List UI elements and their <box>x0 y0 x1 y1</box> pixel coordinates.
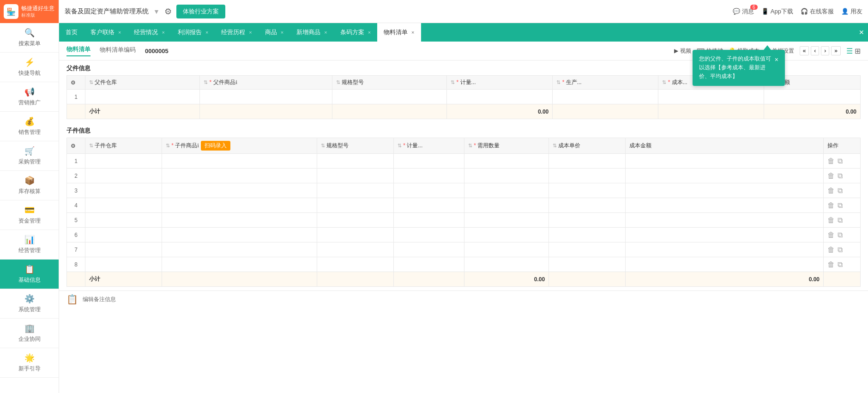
message-item[interactable]: 💬 消息 6 <box>733 7 754 16</box>
app-download-item[interactable]: 📱 App下载 <box>761 7 793 16</box>
child-product-cell[interactable] <box>162 183 317 198</box>
sidebar-item-guide[interactable]: 🌟 新手引导 <box>0 348 59 378</box>
child-product-cell[interactable] <box>162 257 317 272</box>
child-product-cell[interactable] <box>162 198 317 213</box>
sort-icon[interactable]: ⇅ <box>89 79 93 85</box>
child-spec-cell[interactable] <box>317 154 394 169</box>
sidebar-item-inventory[interactable]: 📦 库存核算 <box>0 171 59 200</box>
child-qty-cell[interactable] <box>464 213 549 228</box>
child-warehouse-cell[interactable] <box>85 228 162 242</box>
child-product-cell[interactable] <box>162 228 317 242</box>
copy-icon[interactable]: ⧉ <box>838 216 843 224</box>
child-qty-cell[interactable] <box>464 154 549 169</box>
delete-icon[interactable]: 🗑 <box>827 246 835 254</box>
child-spec-cell[interactable] <box>317 257 394 272</box>
delete-icon[interactable]: 🗑 <box>827 172 835 180</box>
tab-product[interactable]: 商品 × <box>259 23 290 42</box>
child-spec-cell[interactable] <box>317 169 394 183</box>
child-warehouse-cell[interactable] <box>85 169 162 183</box>
sidebar-item-search[interactable]: 🔍 搜索菜单 <box>0 23 59 53</box>
sidebar-item-enterprise[interactable]: 🏢 企业协同 <box>0 319 59 348</box>
child-unit-cell[interactable] <box>393 257 464 272</box>
last-page-button[interactable]: » <box>831 46 841 55</box>
copy-icon[interactable]: ⧉ <box>838 157 843 165</box>
child-spec-cell[interactable] <box>317 228 394 242</box>
child-spec-cell[interactable] <box>317 242 394 257</box>
sidebar-item-marketing[interactable]: 📢 营销推广 <box>0 82 59 112</box>
grid-view-icon[interactable]: ⊞ <box>855 47 861 55</box>
sidebar-item-sales[interactable]: 💰 销售管理 <box>0 112 59 141</box>
tab-barcode[interactable]: 条码方案 × <box>334 23 377 42</box>
child-qty-cell[interactable] <box>464 228 549 242</box>
sub-tab-bom-code[interactable]: 物料清单编码 <box>100 46 136 56</box>
sort-icon[interactable]: ⇅ <box>553 143 557 148</box>
copy-icon[interactable]: ⧉ <box>838 201 843 210</box>
child-qty-cell[interactable] <box>464 169 549 183</box>
child-th-settings[interactable]: ⚙ <box>67 138 85 154</box>
delete-icon[interactable]: 🗑 <box>827 260 835 269</box>
parent-unit-cell[interactable] <box>447 90 553 104</box>
sidebar-item-system[interactable]: ⚙️ 系统管理 <box>0 289 59 319</box>
child-unit-cost-cell[interactable] <box>549 228 626 242</box>
note-icon[interactable]: 📋 <box>66 294 78 305</box>
tab-history-close[interactable]: × <box>249 30 252 35</box>
sort-icon[interactable]: ⇅ <box>451 79 455 85</box>
user-item[interactable]: 👤 用友 <box>841 7 862 16</box>
parent-th-settings[interactable]: ⚙ <box>67 76 85 90</box>
tab-operations[interactable]: 经营情况 × <box>127 23 171 42</box>
child-product-cell[interactable] <box>162 154 317 169</box>
child-warehouse-cell[interactable] <box>85 198 162 213</box>
tab-new-product[interactable]: 新增商品 × <box>290 23 333 42</box>
tab-bom-close[interactable]: × <box>411 30 414 35</box>
sort-icon[interactable]: ⇅ <box>336 79 340 85</box>
child-product-cell[interactable] <box>162 242 317 257</box>
parent-warehouse-cell[interactable] <box>85 90 200 104</box>
tab-home[interactable]: 首页 <box>59 23 84 42</box>
child-unit-cost-cell[interactable] <box>549 154 626 169</box>
parent-produce-cell[interactable] <box>553 90 658 104</box>
settings-icon[interactable]: ⚙ <box>164 6 172 17</box>
sort-icon[interactable]: ⇅ <box>468 143 472 148</box>
list-view-icon[interactable]: ☰ <box>846 47 853 55</box>
delete-icon[interactable]: 🗑 <box>827 216 835 224</box>
child-unit-cell[interactable] <box>393 183 464 198</box>
sort-icon[interactable]: ⇅ <box>398 143 402 148</box>
child-qty-cell[interactable] <box>464 198 549 213</box>
sort-icon[interactable]: ⇅ <box>89 143 93 148</box>
child-unit-cost-cell[interactable] <box>549 213 626 228</box>
copy-icon[interactable]: ⧉ <box>838 187 843 195</box>
parent-product-cell[interactable] <box>200 90 332 104</box>
child-qty-cell[interactable] <box>464 183 549 198</box>
copy-icon[interactable]: ⧉ <box>838 231 843 239</box>
child-unit-cost-cell[interactable] <box>549 183 626 198</box>
delete-icon[interactable]: 🗑 <box>827 231 835 239</box>
tab-profit[interactable]: 利润报告 × <box>171 23 215 42</box>
delete-icon[interactable]: 🗑 <box>827 157 835 165</box>
delete-icon[interactable]: 🗑 <box>827 201 835 210</box>
child-warehouse-cell[interactable] <box>85 154 162 169</box>
scan-button[interactable]: 扫码录入 <box>201 141 230 151</box>
sort-icon[interactable]: ⇅ <box>662 79 666 85</box>
sidebar-item-purchase[interactable]: 🛒 采购管理 <box>0 141 59 171</box>
child-spec-cell[interactable] <box>317 213 394 228</box>
sidebar-item-finance[interactable]: 💳 资金管理 <box>0 200 59 230</box>
sidebar-item-basic-info[interactable]: 📋 基础信息 <box>0 260 59 289</box>
tab-customer[interactable]: 客户联络 × <box>84 23 127 42</box>
child-spec-cell[interactable] <box>317 183 394 198</box>
tab-new-product-close[interactable]: × <box>324 30 327 35</box>
tooltip-close-button[interactable]: × <box>775 54 778 65</box>
sidebar-item-operations[interactable]: 📊 经营管理 <box>0 230 59 260</box>
child-unit-cell[interactable] <box>393 228 464 242</box>
copy-icon[interactable]: ⧉ <box>838 260 843 269</box>
child-spec-cell[interactable] <box>317 198 394 213</box>
child-qty-cell[interactable] <box>464 257 549 272</box>
tab-profit-close[interactable]: × <box>205 30 208 35</box>
child-unit-cell[interactable] <box>393 213 464 228</box>
tab-history[interactable]: 经营历程 × <box>215 23 258 42</box>
parent-spec-cell[interactable] <box>332 90 447 104</box>
child-warehouse-cell[interactable] <box>85 242 162 257</box>
sort-icon[interactable]: ⇅ <box>204 79 208 85</box>
delete-icon[interactable]: 🗑 <box>827 187 835 195</box>
child-unit-cell[interactable] <box>393 154 464 169</box>
child-product-cell[interactable] <box>162 213 317 228</box>
